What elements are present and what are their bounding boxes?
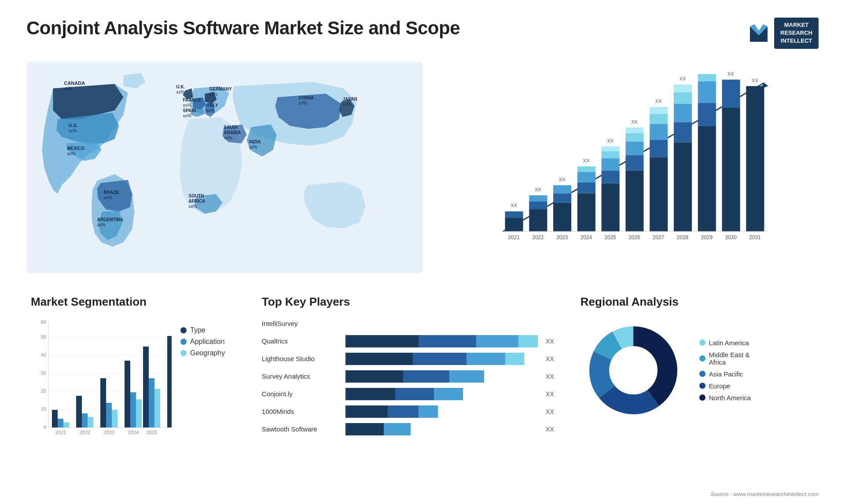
europe-label: Europe (709, 382, 730, 390)
svg-text:XX: XX (631, 119, 638, 124)
segmentation-chart-svg: 0 10 20 30 40 50 60 (31, 318, 172, 449)
qualtrics-name: Qualtrics (262, 337, 341, 345)
svg-text:xx%: xx% (298, 101, 307, 106)
geography-label: Geography (190, 349, 225, 357)
svg-text:XX: XX (511, 203, 517, 208)
regional-section: Regional Analysis (576, 291, 819, 475)
svg-text:2021: 2021 (508, 234, 520, 241)
svg-text:XX: XX (655, 99, 662, 104)
legend-type: Type (180, 326, 225, 334)
svg-text:AFRICA: AFRICA (188, 199, 205, 204)
svg-text:xx%: xx% (188, 204, 197, 209)
segmentation-title: Market Segmentation (31, 295, 235, 309)
svg-text:XX: XX (559, 177, 566, 182)
svg-rect-45 (553, 193, 571, 202)
svg-rect-40 (529, 209, 547, 231)
svg-rect-122 (106, 403, 112, 427)
svg-text:xx%: xx% (183, 113, 191, 118)
svg-text:2024: 2024 (128, 430, 139, 435)
donut-chart-svg (580, 318, 686, 423)
player-survey-analytics: Survey Analytics XX (262, 370, 554, 383)
svg-rect-74 (674, 92, 692, 103)
svg-text:XX: XX (535, 186, 541, 192)
svg-rect-55 (602, 158, 620, 170)
svg-text:30: 30 (41, 370, 46, 376)
player-qualtrics: Qualtrics XX (262, 335, 554, 347)
svg-text:2023: 2023 (556, 234, 568, 241)
svg-text:SPAIN: SPAIN (183, 108, 196, 113)
svg-rect-129 (143, 347, 149, 427)
svg-rect-56 (602, 151, 620, 158)
player-sawtooth: Sawtooth Software XX (262, 423, 554, 435)
application-dot (180, 339, 187, 345)
svg-text:xx%: xx% (176, 90, 184, 95)
player-conjointly: Conjoint.ly XX (262, 388, 554, 400)
svg-text:GERMANY: GERMANY (209, 87, 231, 91)
regional-legend: Latin America Middle East &Africa Asia P… (699, 339, 751, 402)
svg-rect-121 (100, 378, 106, 427)
svg-text:2022: 2022 (532, 234, 544, 241)
qualtrics-seg4 (518, 335, 538, 347)
svg-text:XX: XX (752, 77, 758, 83)
svg-rect-80 (698, 74, 716, 81)
type-label: Type (190, 326, 206, 334)
svg-rect-67 (650, 124, 668, 140)
sawtooth-name: Sawtooth Software (262, 425, 341, 433)
north-america-item: North America (699, 394, 751, 402)
middle-east-item: Middle East &Africa (699, 351, 751, 366)
svg-rect-72 (674, 122, 692, 142)
svg-text:2028: 2028 (677, 234, 689, 241)
svg-rect-42 (529, 195, 547, 201)
page-container: Conjoint Analysis Software Market Size a… (0, 0, 845, 504)
svg-rect-131 (154, 389, 160, 427)
svg-rect-48 (577, 193, 595, 231)
svg-rect-63 (625, 127, 643, 133)
asia-pacific-label: Asia Pacific (709, 370, 743, 378)
qualtrics-label: XX (546, 338, 554, 345)
latin-america-color (699, 340, 705, 346)
svg-rect-123 (112, 410, 118, 427)
sawtooth-seg2 (384, 423, 411, 435)
player-lighthouse: Lighthouse Studio XX (262, 353, 554, 365)
svg-rect-51 (577, 166, 595, 172)
svg-rect-125 (125, 361, 130, 427)
application-label: Application (190, 338, 224, 346)
survey-seg3 (449, 370, 484, 383)
svg-text:xx%: xx% (103, 195, 112, 200)
conjointly-seg2 (395, 388, 434, 400)
svg-text:xx%: xx% (68, 128, 77, 133)
svg-rect-78 (698, 103, 716, 126)
svg-point-143 (611, 348, 655, 392)
svg-rect-57 (602, 146, 620, 151)
svg-rect-77 (698, 126, 716, 231)
svg-text:50: 50 (41, 334, 46, 340)
svg-rect-68 (650, 113, 668, 124)
svg-text:BRAZIL: BRAZIL (103, 190, 120, 195)
middle-east-label: Middle East &Africa (709, 351, 750, 366)
svg-text:xx%: xx% (206, 108, 214, 113)
svg-text:xx%: xx% (342, 102, 351, 107)
logo-icon (748, 22, 770, 44)
svg-rect-130 (149, 378, 154, 427)
1000minds-label: XX (546, 408, 554, 415)
1000minds-name: 1000Minds (262, 408, 341, 415)
svg-text:0: 0 (44, 424, 46, 430)
svg-text:2023: 2023 (104, 430, 114, 435)
sawtooth-label: XX (546, 426, 554, 433)
qualtrics-seg1 (345, 335, 419, 347)
svg-rect-85 (746, 86, 764, 231)
asia-pacific-item: Asia Pacific (699, 370, 751, 378)
player-intellisurvey: IntelliSurvey (262, 318, 554, 330)
svg-rect-75 (674, 84, 692, 92)
svg-rect-71 (674, 142, 692, 231)
svg-text:ARGENTINA: ARGENTINA (97, 217, 123, 222)
top-section: CANADA xx% U.S. xx% MEXICO xx% BRAZIL xx… (26, 62, 819, 273)
svg-text:2025: 2025 (604, 234, 616, 241)
qualtrics-seg2 (419, 335, 476, 347)
svg-rect-82 (722, 108, 740, 231)
svg-text:xx%: xx% (67, 151, 75, 156)
north-america-label: North America (709, 394, 751, 402)
segmentation-section: Market Segmentation 0 10 20 30 40 50 60 (26, 291, 240, 475)
lighthouse-label: XX (546, 355, 554, 362)
survey-analytics-label: XX (546, 373, 554, 380)
